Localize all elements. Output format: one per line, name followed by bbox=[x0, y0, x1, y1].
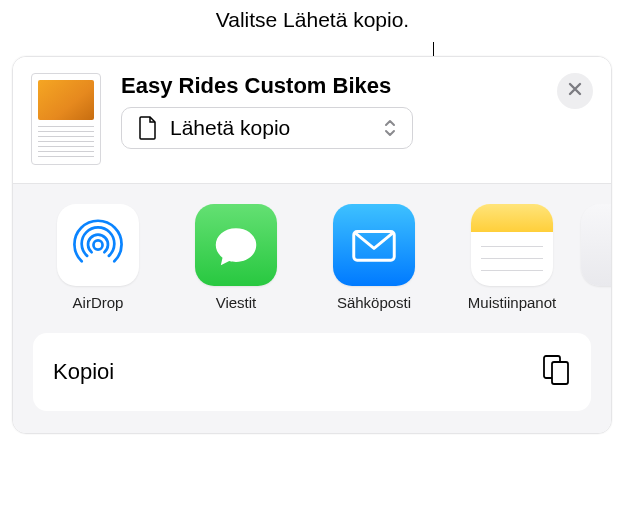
mail-icon bbox=[333, 204, 415, 286]
share-app-messages[interactable]: Viestit bbox=[167, 204, 305, 311]
document-icon bbox=[138, 116, 158, 140]
document-thumbnail bbox=[31, 73, 101, 165]
app-label: Sähköposti bbox=[337, 294, 411, 311]
svg-point-0 bbox=[93, 240, 102, 249]
document-title: Easy Rides Custom Bikes bbox=[121, 73, 539, 99]
share-app-airdrop[interactable]: AirDrop bbox=[29, 204, 167, 311]
app-label: AirDrop bbox=[73, 294, 124, 311]
svg-rect-3 bbox=[552, 362, 568, 384]
callout-text: Valitse Lähetä kopio. bbox=[216, 8, 409, 32]
send-copy-selector[interactable]: Lähetä kopio bbox=[121, 107, 413, 149]
share-app-notes[interactable]: Muistiinpanot bbox=[443, 204, 581, 311]
selector-label: Lähetä kopio bbox=[170, 116, 382, 140]
copy-action-label: Kopioi bbox=[53, 359, 114, 385]
chevron-up-down-icon bbox=[382, 117, 398, 139]
airdrop-icon bbox=[57, 204, 139, 286]
share-app-overflow[interactable] bbox=[581, 204, 611, 311]
notes-icon bbox=[471, 204, 553, 286]
sheet-header: Easy Rides Custom Bikes Lähetä kopio bbox=[13, 57, 611, 183]
close-button[interactable] bbox=[557, 73, 593, 109]
overflow-app-icon bbox=[581, 204, 611, 286]
share-app-mail[interactable]: Sähköposti bbox=[305, 204, 443, 311]
share-sheet: Easy Rides Custom Bikes Lähetä kopio bbox=[12, 56, 612, 434]
copy-action[interactable]: Kopioi bbox=[33, 333, 591, 411]
close-icon bbox=[567, 81, 583, 101]
app-label: Muistiinpanot bbox=[468, 294, 556, 311]
share-apps-row: AirDrop Viestit Sähköposti bbox=[13, 204, 611, 333]
copy-icon bbox=[541, 353, 571, 391]
app-label: Viestit bbox=[216, 294, 257, 311]
messages-icon bbox=[195, 204, 277, 286]
